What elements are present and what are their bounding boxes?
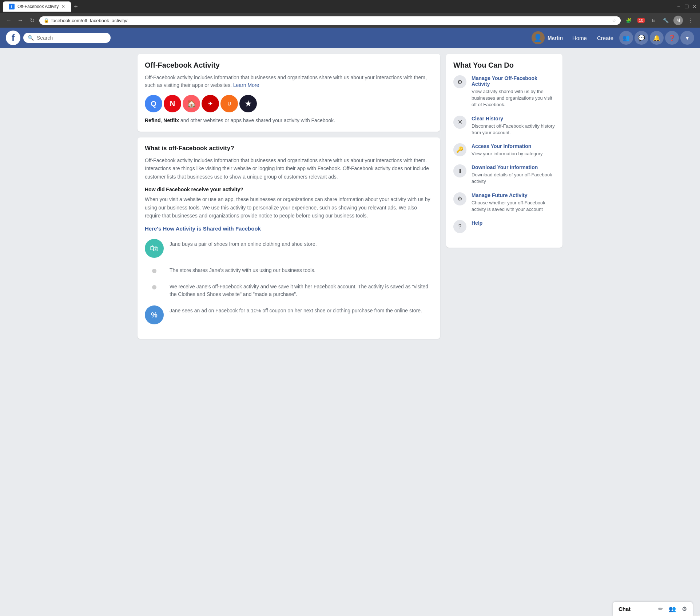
app-icons-row: Q N 🏠 ✈ U ★ xyxy=(145,95,433,112)
activity-steps: 🛍 Jane buys a pair of shoes from an onli… xyxy=(145,239,433,332)
step-3: We receive Jane's off-Facebook activity … xyxy=(145,281,433,298)
step3-bullet xyxy=(152,285,156,289)
app-icon-refind: Q xyxy=(145,95,162,112)
step2-bullet xyxy=(152,269,156,273)
off-facebook-card: Off-Facebook Activity Off-Facebook activ… xyxy=(138,54,440,132)
how-paragraph: When you visit a website or use an app, … xyxy=(145,195,433,220)
shared-text: Refind, Netflix and other websites or ap… xyxy=(145,117,433,124)
search-box[interactable]: 🔍 xyxy=(23,33,111,43)
tab-close-button[interactable]: ✕ xyxy=(61,4,65,9)
access-link[interactable]: Access Your Information xyxy=(472,143,555,149)
clear-icon: ✕ xyxy=(458,119,462,125)
step-1: 🛍 Jane buys a pair of shoes from an onli… xyxy=(145,239,433,258)
notifications-icon-btn[interactable]: 🔔 xyxy=(650,31,664,45)
access-icon: 🔑 xyxy=(456,146,464,153)
extensions-icon[interactable]: 🧩 xyxy=(624,15,634,25)
app-icon-5: U xyxy=(220,95,238,112)
clear-content: Clear History Disconnect off-Facebook ac… xyxy=(472,116,555,136)
off-facebook-title: Off-Facebook Activity xyxy=(145,61,433,69)
navbar-right: 👤 Martin Home Create 👥 💬 🔔 ❓ ▾ xyxy=(528,29,694,47)
close-button[interactable]: ✕ xyxy=(692,4,697,9)
help-icon: ? xyxy=(458,223,462,230)
facebook-navbar: f 🔍 👤 Martin Home Create 👥 💬 🔔 ❓ ▾ xyxy=(0,28,700,48)
access-content: Access Your Information View your inform… xyxy=(472,143,555,157)
back-button[interactable]: ← xyxy=(4,16,13,25)
manage-link[interactable]: Manage Your Off-Facebook Activity xyxy=(472,75,555,87)
active-tab[interactable]: f Off-Facebook Activity ✕ xyxy=(3,1,71,12)
download-icon: ⬇ xyxy=(458,168,462,175)
off-facebook-description: Off-Facebook activity includes informati… xyxy=(145,74,433,89)
address-box[interactable]: 🔒 facebook.com/off_facebook_activity/ ☆ xyxy=(39,16,621,25)
step3-bullet-container xyxy=(145,281,164,289)
home-link[interactable]: Home xyxy=(568,33,591,43)
learn-more-link[interactable]: Learn More xyxy=(233,82,259,88)
what-is-heading: What is off-Facebook activity? xyxy=(145,145,433,152)
facebook-logo: f xyxy=(6,31,20,45)
step-4: % Jane sees an ad on Facebook for a 10% … xyxy=(145,305,433,324)
download-desc: Download details of your off-Facebook ac… xyxy=(472,172,555,185)
minimize-button[interactable]: − xyxy=(676,4,681,9)
manage-content: Manage Your Off-Facebook Activity View a… xyxy=(472,75,555,108)
main-column: Off-Facebook Activity Off-Facebook activ… xyxy=(138,54,440,339)
screen-cast-icon[interactable]: 🖥 xyxy=(648,15,659,25)
tab-title: Off-Facebook Activity xyxy=(17,4,59,9)
browser-tabs: f Off-Facebook Activity ✕ + xyxy=(3,1,676,12)
step2-bullet-container xyxy=(145,265,164,273)
clear-link[interactable]: Clear History xyxy=(472,116,555,121)
clear-desc: Disconnect off-Facebook activity history… xyxy=(472,123,555,136)
clear-icon-circle: ✕ xyxy=(453,116,466,129)
extension2-icon[interactable]: 🔧 xyxy=(661,15,671,25)
help-icon-circle: ? xyxy=(453,220,466,233)
search-input[interactable] xyxy=(37,35,102,41)
download-link[interactable]: Download Your Information xyxy=(472,164,555,170)
step2-text: The store shares Jane's activity with us… xyxy=(170,265,433,274)
app-icon-6: ★ xyxy=(239,95,257,112)
notification-badge-icon[interactable]: 10 xyxy=(636,15,646,25)
addressbar-actions: 🧩 10 🖥 🔧 M ⋮ xyxy=(624,15,696,25)
create-link[interactable]: Create xyxy=(593,33,618,43)
url-display: facebook.com/off_facebook_activity/ xyxy=(51,18,610,23)
step3-text: We receive Jane's off-Facebook activity … xyxy=(170,281,433,298)
future-icon: ⚙ xyxy=(457,195,462,202)
friends-icon-btn[interactable]: 👥 xyxy=(619,31,633,45)
forward-button[interactable]: → xyxy=(16,16,25,25)
access-desc: View your information by category xyxy=(472,151,555,157)
app-icon-airbnb: 🏠 xyxy=(183,95,200,112)
menu-icon[interactable]: ⋮ xyxy=(685,15,696,25)
messenger-icon-btn[interactable]: 💬 xyxy=(635,31,648,45)
user-avatar-small: M xyxy=(673,16,683,25)
search-icon: 🔍 xyxy=(28,35,34,41)
sidebar-title: What You Can Do xyxy=(453,61,555,69)
manage-desc: View activity shared with us by the busi… xyxy=(472,88,555,108)
restore-button[interactable]: ☐ xyxy=(684,4,689,9)
what-is-paragraph1: Off-Facebook activity includes informati… xyxy=(145,156,433,181)
profile-avatar[interactable]: M xyxy=(673,15,683,25)
help-icon-btn[interactable]: ❓ xyxy=(665,31,679,45)
nav-user-profile[interactable]: 👤 Martin xyxy=(528,29,566,47)
refresh-button[interactable]: ↻ xyxy=(28,16,36,25)
app-icon-4: ✈ xyxy=(202,95,219,112)
access-icon-circle: 🔑 xyxy=(453,143,466,156)
chevron-down-btn[interactable]: ▾ xyxy=(680,31,694,45)
how-heading: How did Facebook receive your activity? xyxy=(145,187,433,192)
help-link[interactable]: Help xyxy=(472,220,555,226)
address-bar: ← → ↻ 🔒 facebook.com/off_facebook_activi… xyxy=(0,13,700,28)
future-icon-circle: ⚙ xyxy=(453,192,466,205)
action-access: 🔑 Access Your Information View your info… xyxy=(453,143,555,157)
browser-titlebar: f Off-Facebook Activity ✕ + − ☐ ✕ xyxy=(0,0,700,13)
new-tab-button[interactable]: + xyxy=(71,1,81,12)
download-content: Download Your Information Download detai… xyxy=(472,164,555,185)
future-desc: Choose whether your off-Facebook activit… xyxy=(472,200,555,213)
step4-text: Jane sees an ad on Facebook for a 10% of… xyxy=(170,305,433,315)
what-is-card: What is off-Facebook activity? Off-Faceb… xyxy=(138,137,440,339)
shared-bold1: Refind xyxy=(145,117,161,123)
future-link[interactable]: Manage Future Activity xyxy=(472,192,555,198)
shared-bold2: Netflix xyxy=(163,117,179,123)
bookmark-icon[interactable]: ☆ xyxy=(612,18,616,23)
manage-icon: ⚙ xyxy=(457,79,462,85)
action-manage: ⚙ Manage Your Off-Facebook Activity View… xyxy=(453,75,555,108)
activity-section-title: Here's How Activity is Shared with Faceb… xyxy=(145,225,433,232)
security-icon: 🔒 xyxy=(44,18,49,23)
app-icon-netflix: N xyxy=(164,95,181,112)
manage-icon-circle: ⚙ xyxy=(453,75,466,88)
